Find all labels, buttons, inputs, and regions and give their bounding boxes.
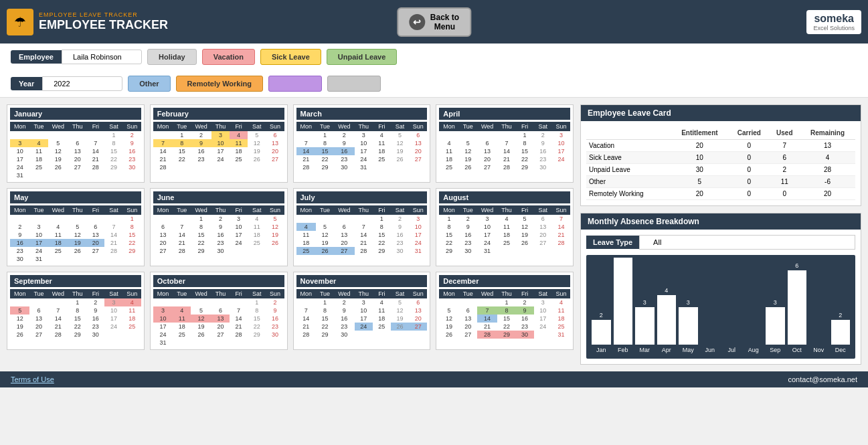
leave-type-value: All <box>639 235 855 250</box>
contact-email: contact@someka.net <box>788 375 858 383</box>
logo-area: ☂ EMPLOYEE LEAVE TRACKER EMPLOYEE TRACKE… <box>7 9 168 35</box>
november-table: MonTueWedThuFriSatSun 123456 78910111213… <box>296 289 428 339</box>
leave-col-entitlement: Entitlement <box>671 126 729 140</box>
chart-bar-label: Aug <box>748 347 759 353</box>
chart-bar-fill <box>635 307 655 345</box>
july-calendar: July MonTueWedThuFriSatSun 123 45678910 … <box>293 188 431 266</box>
chart-bar-group: 7Feb <box>614 250 633 353</box>
may-table: MonTueWedThuFriSatSun 1 2345678 91011121… <box>10 205 141 263</box>
chart-bar-group: 3Sep <box>766 299 785 353</box>
january-calendar: January MonTueWedThuFriSatSun 12 3456789… <box>7 104 145 183</box>
header-text: EMPLOYEE LEAVE TRACKER EMPLOYEE TRACKER <box>39 11 168 32</box>
july-table: MonTueWedThuFriSatSun 123 45678910 11121… <box>296 205 428 255</box>
leave-card-row: Remotely Working200020 <box>586 188 855 200</box>
main-content: January MonTueWedThuFriSatSun 12 3456789… <box>0 98 868 371</box>
chart-bar-group: 2Jan <box>592 312 611 353</box>
december-title: December <box>439 275 570 287</box>
april-calendar: April MonTueWedThuFriSatSun 123 45678910… <box>436 104 574 183</box>
gray-badge <box>327 76 381 92</box>
chart-bar-fill <box>679 307 698 345</box>
chart-bar-label: Feb <box>618 347 628 353</box>
leave-col-used: Used <box>770 126 800 140</box>
june-table: MonTueWedThuFriSatSun 12345 6789101112 1… <box>153 205 284 255</box>
header-title: EMPLOYEE TRACKER <box>39 18 168 32</box>
july-title: July <box>296 191 428 203</box>
chart-bar-fill <box>614 258 633 345</box>
chart-bar-group: Aug <box>744 343 764 353</box>
chart-bar-value: 4 <box>665 287 668 294</box>
chart-bar-group: 2Dec <box>831 312 851 353</box>
november-calendar: November MonTueWedThuFriSatSun 123456 78… <box>293 272 431 350</box>
leave-card-row: Sick Leave10064 <box>586 152 855 164</box>
december-table: MonTueWedThuFriSatSun 1234 567891011 121… <box>439 289 570 339</box>
leave-col-type <box>586 126 671 140</box>
other-badge: Other <box>128 76 170 92</box>
chart-bar-value: 2 <box>839 312 842 319</box>
year-field: Year 2022 <box>11 76 122 91</box>
chart-bar-fill <box>788 270 807 345</box>
remote-badge: Remotely Working <box>176 76 263 92</box>
chart-bar-group: 3May <box>679 299 698 353</box>
terms-link[interactable]: Terms of Use <box>11 375 54 383</box>
february-title: February <box>153 108 284 120</box>
october-title: October <box>153 275 284 287</box>
march-calendar: March MonTueWedThuFriSatSun 123456 78910… <box>293 104 431 183</box>
purple-badge <box>268 76 322 92</box>
chart-bar-fill <box>657 295 677 345</box>
footer: Terms of Use contact@someka.net <box>0 371 868 387</box>
chart-bar-value: 3 <box>687 299 690 306</box>
year-label: Year <box>11 77 42 90</box>
legend-bar: Employee Laila Robinson Holiday Vacation… <box>0 43 868 98</box>
october-table: MonTueWedThuFriSatSun 12 3456789 1011121… <box>153 289 284 347</box>
chart-bar-group: 6Oct <box>788 262 807 353</box>
chart-bar-label: Apr <box>662 347 671 353</box>
chart-bar-label: Jul <box>727 347 735 353</box>
sick-leave-badge: Sick Leave <box>260 49 321 65</box>
september-table: MonTueWedThuFriSatSun 1234 567891011 121… <box>10 289 141 339</box>
september-title: September <box>10 275 141 287</box>
holiday-badge: Holiday <box>147 49 197 65</box>
chart-bar-fill <box>831 320 851 345</box>
chart-bar-value: 3 <box>774 299 777 306</box>
employee-value: Laila Robinson <box>62 50 142 64</box>
leave-card-row: Vacation200713 <box>586 140 855 152</box>
august-calendar: August MonTueWedThuFriSatSun 1234567 891… <box>436 188 574 266</box>
leave-card-row: Unpaid Leave300228 <box>586 164 855 176</box>
monthly-bar-chart: 2Jan7Feb3Mar4Apr3MayJunJulAug3Sep6OctNov… <box>586 255 855 359</box>
calendar-grid: January MonTueWedThuFriSatSun 12 3456789… <box>7 104 574 350</box>
back-button-label: Back to Menu <box>430 13 459 31</box>
chart-bar-label: May <box>683 347 694 353</box>
may-calendar: May MonTueWedThuFriSatSun 1 2345678 9101… <box>7 188 145 266</box>
back-to-menu-button[interactable]: ↩ Back to Menu <box>397 7 471 37</box>
january-table: MonTueWedThuFriSatSun 12 3456789 1011121… <box>10 122 141 179</box>
march-title: March <box>296 108 428 120</box>
monthly-absence-card: Monthly Absence Breakdown Leave Type All… <box>580 213 861 365</box>
april-table: MonTueWedThuFriSatSun 123 45678910 11121… <box>439 122 570 171</box>
chart-bar-group: Jun <box>701 343 720 353</box>
someka-sub: Excel Solutions <box>813 25 855 31</box>
back-arrow-icon: ↩ <box>409 14 425 30</box>
employee-field: Employee Laila Robinson <box>11 50 142 64</box>
june-title: June <box>153 191 284 203</box>
leave-col-remaining: Remaining <box>800 126 855 140</box>
chart-bar-value: 6 <box>795 262 798 269</box>
leave-card-table: Entitlement Carried Used Remaining Vacat… <box>586 126 855 200</box>
chart-bar-label: Mar <box>640 347 650 353</box>
someka-logo: someka Excel Solutions <box>806 10 861 34</box>
unpaid-leave-badge: Unpaid Leave <box>327 49 398 65</box>
leave-type-row: Leave Type All <box>586 235 855 250</box>
chart-bar-group: Jul <box>722 343 742 353</box>
someka-name: someka <box>813 13 855 25</box>
year-value: 2022 <box>42 76 122 91</box>
june-calendar: June MonTueWedThuFriSatSun 12345 6789101… <box>150 188 288 266</box>
april-title: April <box>439 108 570 120</box>
chart-bar-group: 4Apr <box>657 287 677 353</box>
chart-bar-label: Sep <box>770 347 780 353</box>
november-title: November <box>296 275 428 287</box>
february-calendar: February MonTueWedThuFriSatSun 123456 78… <box>150 104 288 183</box>
monthly-title: Monthly Absence Breakdown <box>581 213 861 230</box>
leave-card-row: Other5011-6 <box>586 176 855 188</box>
chart-bar-label: Nov <box>813 347 824 353</box>
chart-bar-group: 3Mar <box>635 299 655 353</box>
header-subtitle: EMPLOYEE LEAVE TRACKER <box>39 11 168 18</box>
